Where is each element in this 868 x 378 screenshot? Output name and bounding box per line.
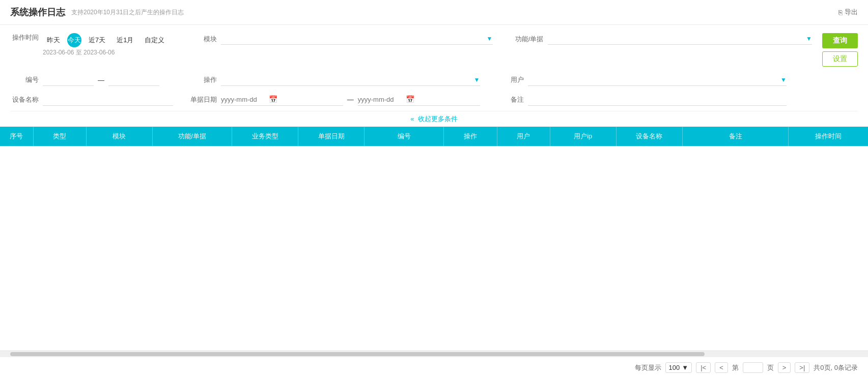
op-dropdown-icon: ▼ bbox=[474, 76, 480, 83]
per-page-select[interactable]: 100 ▼ bbox=[665, 362, 692, 373]
col-module: 模块 bbox=[86, 127, 152, 146]
collapse-button[interactable]: « 收起更多条件 bbox=[10, 111, 858, 127]
remark-input[interactable] bbox=[528, 94, 787, 106]
page-header: 系统操作日志 支持2020年10月31日之后产生的操作日志 ⎘ 导出 bbox=[0, 0, 868, 25]
module-select[interactable]: ▼ bbox=[221, 33, 493, 45]
remark-label: 备注 bbox=[495, 95, 524, 104]
calendar-end-icon[interactable]: 📅 bbox=[406, 95, 414, 103]
per-page-dropdown-icon: ▼ bbox=[682, 364, 688, 371]
date-end-wrap: 📅 bbox=[358, 93, 480, 106]
op-select[interactable]: ▼ bbox=[221, 74, 480, 86]
op-label: 操作 bbox=[188, 75, 217, 84]
table-header-row: 序号 类型 模块 功能/单据 业务类型 单据日期 编号 操作 用户 用户ip 设… bbox=[0, 127, 868, 146]
col-serial: 编号 bbox=[365, 127, 444, 146]
today-btn[interactable]: 今天 bbox=[67, 33, 81, 47]
scrollbar-thumb[interactable] bbox=[10, 352, 705, 356]
module-dropdown-icon: ▼ bbox=[487, 35, 493, 42]
query-button[interactable]: 查询 bbox=[822, 33, 858, 48]
voucher-date-start[interactable] bbox=[221, 96, 267, 103]
user-select[interactable]: ▼ bbox=[528, 74, 787, 86]
per-page-label: 每页显示 bbox=[635, 363, 661, 372]
user-label: 用户 bbox=[495, 75, 524, 84]
export-icon: ⎘ bbox=[838, 9, 843, 16]
page-subtitle: 支持2020年10月31日之后产生的操作日志 bbox=[71, 8, 184, 17]
func-select[interactable]: ▼ bbox=[548, 33, 813, 45]
device-label: 设备名称 bbox=[10, 95, 39, 104]
prev-page-btn[interactable]: < bbox=[715, 362, 728, 373]
col-op: 操作 bbox=[444, 127, 497, 146]
device-input[interactable] bbox=[43, 94, 173, 106]
func-dropdown-icon: ▼ bbox=[806, 35, 812, 42]
col-device: 设备名称 bbox=[616, 127, 682, 146]
date-start-wrap: 📅 bbox=[221, 93, 343, 106]
last1m-btn[interactable]: 近1月 bbox=[113, 35, 137, 46]
current-page-input[interactable]: 1 bbox=[743, 362, 763, 373]
page-unit: 页 bbox=[767, 363, 774, 372]
col-ip: 用户ip bbox=[550, 127, 616, 146]
calendar-start-icon[interactable]: 📅 bbox=[269, 95, 277, 103]
settings-button[interactable]: 设置 bbox=[822, 51, 858, 67]
col-user: 用户 bbox=[497, 127, 550, 146]
export-button[interactable]: ⎘ 导出 bbox=[838, 8, 858, 17]
col-op-time: 操作时间 bbox=[789, 127, 868, 146]
col-func: 功能/单据 bbox=[152, 127, 232, 146]
col-remark: 备注 bbox=[682, 127, 788, 146]
yesterday-btn[interactable]: 昨天 bbox=[43, 35, 64, 46]
col-seq: 序号 bbox=[0, 127, 33, 146]
pagination-bar: 每页显示 100 ▼ |< < 第 1 页 > >| 共0页, 0条记录 bbox=[0, 357, 868, 378]
user-dropdown-icon: ▼ bbox=[780, 76, 787, 83]
first-page-btn[interactable]: |< bbox=[696, 362, 711, 373]
next-page-btn[interactable]: > bbox=[778, 362, 791, 373]
col-voucher-date: 单据日期 bbox=[298, 127, 365, 146]
page-title: 系统操作日志 bbox=[10, 6, 65, 18]
col-type: 类型 bbox=[33, 127, 86, 146]
serial-label: 编号 bbox=[10, 75, 39, 84]
data-table: 序号 类型 模块 功能/单据 业务类型 单据日期 编号 操作 用户 用户ip 设… bbox=[0, 127, 868, 351]
col-biz-type: 业务类型 bbox=[232, 127, 298, 146]
voucher-date-label: 单据日期 bbox=[188, 95, 217, 104]
date-range-text: 2023-06-06 至 2023-06-06 bbox=[43, 48, 169, 57]
voucher-date-end[interactable] bbox=[358, 96, 404, 103]
serial-end-input[interactable] bbox=[108, 74, 159, 86]
page-word: 第 bbox=[732, 363, 739, 372]
func-label: 功能/单据 bbox=[508, 35, 544, 44]
collapse-chevron-icon: « bbox=[410, 115, 416, 123]
serial-start-input[interactable] bbox=[43, 74, 94, 86]
last-page-btn[interactable]: >| bbox=[795, 362, 809, 373]
custom-btn[interactable]: 自定义 bbox=[141, 35, 169, 46]
horizontal-scrollbar[interactable] bbox=[0, 351, 868, 357]
last7-btn[interactable]: 近7天 bbox=[85, 35, 109, 46]
filter-area: 操作时间 昨天 今天 近7天 近1月 自定义 2023-06-06 至 2023… bbox=[0, 25, 868, 127]
module-label: 模块 bbox=[188, 35, 217, 44]
pagination-summary: 共0页, 0条记录 bbox=[814, 363, 858, 372]
per-page-value: 100 bbox=[669, 364, 680, 371]
time-label: 操作时间 bbox=[10, 33, 39, 42]
